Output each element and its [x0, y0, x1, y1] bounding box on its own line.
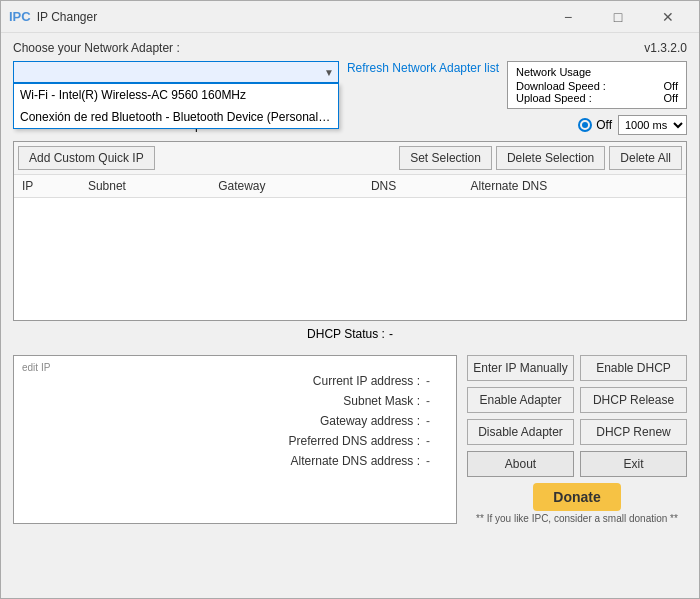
upload-value: Off: [664, 92, 678, 104]
set-selection-button[interactable]: Set Selection: [399, 146, 492, 170]
table-body: IP Subnet Gateway DNS Alternate DNS: [14, 175, 686, 320]
action-row-2: Enable Adapter DHCP Release: [467, 387, 687, 413]
current-ip-label: Current IP address :: [313, 374, 420, 388]
radio-label: Off: [596, 118, 612, 132]
chevron-down-icon: ▼: [324, 67, 334, 78]
adapter-dropdown-list: Wi-Fi - Intel(R) Wireless-AC 9560 160MHz…: [13, 83, 339, 129]
title-bar: IPC IP Changer − □ ✕: [1, 1, 699, 33]
donate-button[interactable]: Donate: [533, 483, 620, 511]
dns-row: Preferred DNS address : -: [24, 434, 446, 448]
upload-speed-row: Upload Speed : Off: [516, 92, 678, 104]
adapter-label: Choose your Network Adapter :: [13, 41, 180, 55]
close-button[interactable]: ✕: [645, 4, 691, 30]
disable-adapter-button[interactable]: Disable Adapter: [467, 419, 574, 445]
donate-section: Donate ** If you like IPC, consider a sm…: [467, 483, 687, 524]
current-ip-row: Current IP address : -: [24, 374, 446, 388]
current-ip-value: -: [426, 374, 446, 388]
radio-off-button[interactable]: [578, 118, 592, 132]
table-toolbar: Add Custom Quick IP Set Selection Delete…: [14, 142, 686, 175]
version-label: v1.3.2.0: [644, 41, 687, 55]
action-panel: Enter IP Manually Enable DHCP Enable Ada…: [467, 355, 687, 524]
col-gateway: Gateway: [210, 175, 363, 198]
adapter-option-1[interactable]: Wi-Fi - Intel(R) Wireless-AC 9560 160MHz: [14, 84, 338, 106]
radio-group[interactable]: Off: [578, 118, 612, 132]
ip-table-section: Add Custom Quick IP Set Selection Delete…: [13, 141, 687, 321]
dhcp-release-button[interactable]: DHCP Release: [580, 387, 687, 413]
table-header-row: IP Subnet Gateway DNS Alternate DNS: [14, 175, 686, 198]
alt-dns-row: Alternate DNS address : -: [24, 454, 446, 468]
interval-select[interactable]: 1000 ms: [618, 115, 687, 135]
col-alt-dns: Alternate DNS: [463, 175, 686, 198]
dns-label: Preferred DNS address :: [289, 434, 420, 448]
app-title: IP Changer: [37, 10, 545, 24]
info-panel: edit IP Current IP address : - Subnet Ma…: [13, 355, 457, 524]
gateway-row: Gateway address : -: [24, 414, 446, 428]
gateway-label: Gateway address :: [320, 414, 420, 428]
dropdown-container: ▼ Wi-Fi - Intel(R) Wireless-AC 9560 160M…: [13, 61, 339, 83]
action-row-4: About Exit: [467, 451, 687, 477]
delete-selection-button[interactable]: Delete Selection: [496, 146, 605, 170]
alt-dns-value: -: [426, 454, 446, 468]
subnet-value: -: [426, 394, 446, 408]
col-dns: DNS: [363, 175, 463, 198]
action-row-1: Enter IP Manually Enable DHCP: [467, 355, 687, 381]
network-usage-title: Network Usage: [516, 66, 678, 78]
main-window: IPC IP Changer − □ ✕ Choose your Network…: [0, 0, 700, 599]
dhcp-renew-button[interactable]: DHCP Renew: [580, 419, 687, 445]
refresh-link[interactable]: Refresh Network Adapter list: [347, 61, 499, 75]
delete-all-button[interactable]: Delete All: [609, 146, 682, 170]
edit-ip-label: edit IP: [20, 362, 52, 373]
upload-label: Upload Speed :: [516, 92, 592, 104]
minimize-button[interactable]: −: [545, 4, 591, 30]
col-ip: IP: [14, 175, 80, 198]
about-button[interactable]: About: [467, 451, 574, 477]
adapter-option-2[interactable]: Conexión de red Bluetooth - Bluetooth De…: [14, 106, 338, 128]
window-controls: − □ ✕: [545, 4, 691, 30]
action-row-3: Disable Adapter DHCP Renew: [467, 419, 687, 445]
maximize-button[interactable]: □: [595, 4, 641, 30]
col-subnet: Subnet: [80, 175, 210, 198]
enable-dhcp-button[interactable]: Enable DHCP: [580, 355, 687, 381]
dhcp-status-value: -: [389, 327, 393, 341]
radio-dot: [582, 122, 588, 128]
enable-adapter-button[interactable]: Enable Adapter: [467, 387, 574, 413]
download-label: Download Speed :: [516, 80, 606, 92]
ip-table: IP Subnet Gateway DNS Alternate DNS: [14, 175, 686, 198]
dhcp-status-row: DHCP Status : -: [13, 327, 687, 341]
subnet-label: Subnet Mask :: [343, 394, 420, 408]
download-speed-row: Download Speed : Off: [516, 80, 678, 92]
download-value: Off: [664, 80, 678, 92]
adapter-dropdown[interactable]: ▼: [13, 61, 339, 83]
enter-ip-button[interactable]: Enter IP Manually: [467, 355, 574, 381]
main-content: Choose your Network Adapter : v1.3.2.0 ▼…: [1, 33, 699, 598]
add-custom-ip-button[interactable]: Add Custom Quick IP: [18, 146, 155, 170]
adapter-label-row: Choose your Network Adapter : v1.3.2.0: [13, 41, 687, 55]
network-usage-box: Network Usage Download Speed : Off Uploa…: [507, 61, 687, 109]
donate-note: ** If you like IPC, consider a small don…: [476, 513, 678, 524]
app-icon: IPC: [9, 9, 31, 24]
exit-button[interactable]: Exit: [580, 451, 687, 477]
subnet-row: Subnet Mask : -: [24, 394, 446, 408]
bottom-section: edit IP Current IP address : - Subnet Ma…: [13, 355, 687, 524]
alt-dns-label: Alternate DNS address :: [291, 454, 420, 468]
gateway-value: -: [426, 414, 446, 428]
dns-value: -: [426, 434, 446, 448]
dhcp-status-label: DHCP Status :: [307, 327, 385, 341]
